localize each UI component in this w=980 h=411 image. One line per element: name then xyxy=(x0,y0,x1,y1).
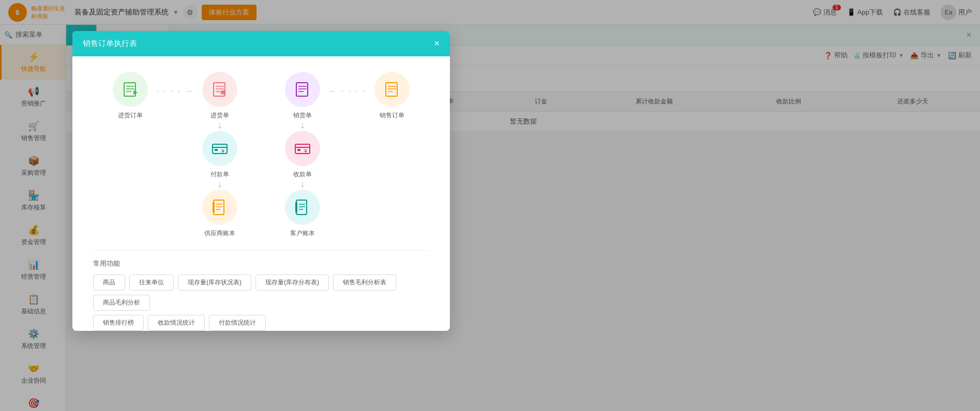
sales-bill-label: 销货单 xyxy=(293,111,312,120)
svg-rect-17 xyxy=(386,83,397,96)
payment-in-label: 收款单 xyxy=(293,170,312,179)
svg-rect-29 xyxy=(214,200,224,215)
svg-rect-27 xyxy=(297,149,300,151)
purchase-bill-circle: ↓ xyxy=(202,72,237,107)
flow-node-supplier-ledger[interactable]: 供应商账本 xyxy=(202,190,237,238)
flow-arrows-row4: ↓ ↓ xyxy=(93,179,429,190)
payment-in-icon: ¥ xyxy=(294,140,311,157)
func-btn-receipt-stat[interactable]: 收款情况统计 xyxy=(148,315,205,331)
spacer-so xyxy=(345,120,380,131)
supplier-ledger-label: 供应商账本 xyxy=(204,229,235,238)
flow-row-3: ¥ 付款单 xyxy=(142,131,380,179)
spacer-r4-2 xyxy=(186,179,194,190)
func-btn-stock-dist[interactable]: 现存量(库存分布表) xyxy=(255,275,329,291)
payment-in-circle: ¥ xyxy=(285,131,320,166)
func-btn-product[interactable]: 商品 xyxy=(93,275,125,291)
down-arr-pb: ↓ xyxy=(202,120,237,131)
supplier-ledger-icon xyxy=(212,199,228,216)
common-functions-title: 常用功能 xyxy=(93,259,429,268)
svg-rect-35 xyxy=(295,202,297,212)
svg-text:↓: ↓ xyxy=(222,91,224,96)
modal-close-button[interactable]: × xyxy=(434,38,440,49)
func-btn-sales-margin[interactable]: 销售毛利分析表 xyxy=(333,275,396,291)
app-container: 6 畅康通好生意 标准版 装备及固定资产辅助管理系统 ▼ ⚙ 体验行业方案 💬 … xyxy=(0,0,980,411)
spacer-po xyxy=(142,120,177,131)
down-arr-sb: ↓ xyxy=(285,120,320,131)
payment-out-circle: ¥ xyxy=(202,131,237,166)
customer-ledger-label: 客户账本 xyxy=(290,229,315,238)
svg-rect-23 xyxy=(215,149,218,151)
modal-header: 销售订单执行表 × xyxy=(72,31,450,56)
flow-row-1: 进货订单 - - - - → xyxy=(113,72,410,120)
purchase-order-label: 进货订单 xyxy=(118,111,143,120)
flow-node-payment-out[interactable]: ¥ 付款单 xyxy=(202,131,237,179)
spacer-r4-3 xyxy=(246,179,277,190)
sales-bill-circle xyxy=(285,72,320,107)
modal-title: 销售订单执行表 xyxy=(83,39,137,49)
modal-body: 进货订单 - - - - → xyxy=(72,56,450,331)
svg-rect-34 xyxy=(296,200,307,215)
func-btn-stock-status[interactable]: 现存量(库存状况表) xyxy=(178,275,251,291)
func-btn-partner[interactable]: 往来单位 xyxy=(129,275,174,291)
spacer-r4-4 xyxy=(328,179,337,190)
arrow-po-to-pb: - - - - → xyxy=(156,86,194,96)
spacer-arr2 xyxy=(328,120,337,131)
common-functions-section: 常用功能 商品 往来单位 现存量(库存状况表) 现存量(库存分布表) 销售毛利分… xyxy=(93,250,429,331)
flow-diagram: 进货订单 - - - - → xyxy=(93,72,429,238)
svg-rect-25 xyxy=(295,144,310,154)
svg-text:¥: ¥ xyxy=(304,148,307,154)
spacer-r4-1 xyxy=(142,179,177,190)
flow-arrows-row2: ↓ ↓ xyxy=(93,120,429,131)
svg-rect-21 xyxy=(213,144,227,154)
customer-ledger-circle xyxy=(285,190,320,225)
flow-node-purchase-bill[interactable]: ↓ 进货单 xyxy=(202,72,237,120)
func-buttons-row2: 销售排行榜 收款情况统计 付款情况统计 xyxy=(93,315,429,331)
func-btn-product-margin[interactable]: 商品毛利分析 xyxy=(93,295,150,311)
sales-bill-icon xyxy=(294,81,311,98)
svg-rect-30 xyxy=(213,202,215,212)
svg-rect-13 xyxy=(296,83,308,96)
func-buttons-row1: 商品 往来单位 现存量(库存状况表) 现存量(库存分布表) 销售毛利分析表 商品… xyxy=(93,275,429,311)
payment-out-label: 付款单 xyxy=(210,170,229,179)
purchase-bill-label: 进货单 xyxy=(210,111,229,120)
spacer2 xyxy=(246,120,277,131)
purchase-bill-icon: ↓ xyxy=(212,81,228,98)
flow-node-customer-ledger[interactable]: 客户账本 xyxy=(285,190,320,238)
flow-node-payment-in[interactable]: ¥ 收款单 xyxy=(285,131,320,179)
arrow-so-to-sb: ← - - - - xyxy=(328,86,366,96)
customer-ledger-icon xyxy=(294,199,311,216)
sales-order-label: 销售订单 xyxy=(380,111,404,120)
func-btn-sales-rank[interactable]: 销售排行榜 xyxy=(93,315,144,331)
supplier-ledger-circle xyxy=(202,190,237,225)
flow-row-5: 供应商账本 xyxy=(142,190,380,238)
purchase-order-circle xyxy=(113,72,148,107)
spacer-r4-5 xyxy=(345,179,380,190)
flow-node-purchase-order[interactable]: 进货订单 xyxy=(113,72,148,120)
sales-order-icon xyxy=(384,81,400,98)
flow-node-sales-order[interactable]: 销售订单 xyxy=(374,72,410,120)
func-btn-payment-stat[interactable]: 付款情况统计 xyxy=(209,315,266,331)
down-arr-pmt-in: ↓ xyxy=(285,179,320,190)
down-arr-pmt-out: ↓ xyxy=(202,179,237,190)
modal-box: 销售订单执行表 × xyxy=(72,31,450,331)
spacer-arr1 xyxy=(186,120,194,131)
payment-out-icon: ¥ xyxy=(212,140,228,157)
flow-node-sales-bill[interactable]: 销货单 xyxy=(285,72,320,120)
sales-order-circle xyxy=(374,72,410,107)
purchase-order-icon xyxy=(122,81,139,98)
main-area: 🔍 搜索菜单 ⚡ 快捷导航 📢 营销推广 🛒 销售管理 📦 采 xyxy=(0,25,980,411)
modal-overlay: 销售订单执行表 × xyxy=(66,25,980,411)
svg-text:¥: ¥ xyxy=(221,148,224,154)
content-area: 首页 销售订单执行表 × ✕ ❓ 帮助 🖨 按模板打印 ▼ xyxy=(66,25,980,411)
